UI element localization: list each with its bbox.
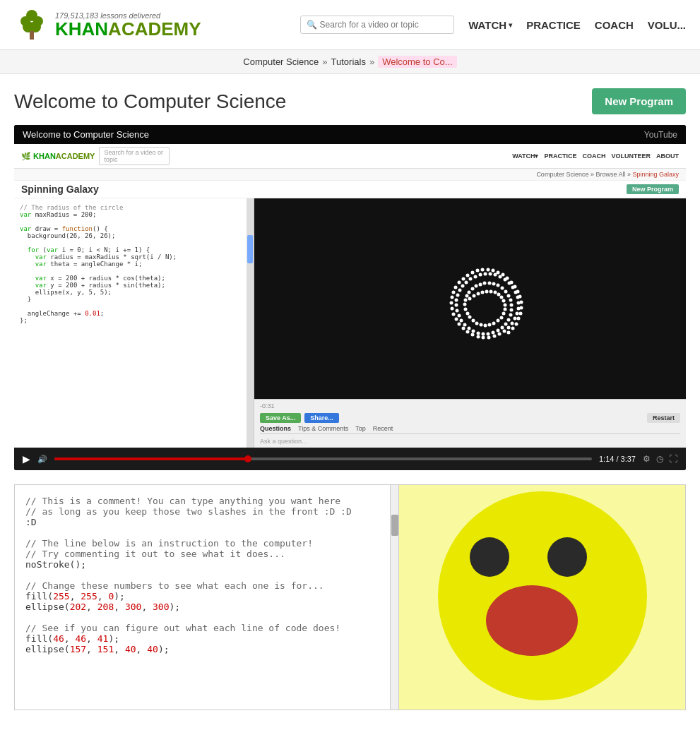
svg-point-111 [492,268,495,272]
svg-point-25 [480,323,483,326]
svg-point-57 [472,329,475,333]
breadcrumb: Computer Science » Tutorials » Welcome t… [0,50,700,74]
svg-point-58 [468,326,471,330]
nav-volunteer[interactable]: VOLU... [648,19,686,31]
bottom-section: // This is a comment! You can type anyth… [14,484,686,710]
inner-nav-about: ABOUT [656,152,679,160]
svg-point-23 [488,323,492,326]
svg-point-41 [497,283,500,287]
svg-point-60 [460,318,463,322]
code-line-4: // The line below is an instruction to t… [25,538,313,549]
editor-scrollbar[interactable] [390,485,398,710]
svg-point-123 [515,322,518,325]
share-btn[interactable]: Share... [304,413,339,423]
svg-point-67 [461,284,465,287]
code-line-1: // This is a comment! You can type anyth… [25,496,340,506]
inner-nav-volunteer: VOLUNTEER [611,152,651,160]
svg-point-116 [514,285,517,288]
inner-body: // The radius of the circle var maxRadiu… [14,198,686,448]
page-header: Welcome to Computer Science New Program [14,88,686,114]
svg-point-102 [452,290,456,294]
progress-filled [54,457,248,460]
save-as-btn[interactable]: Save As... [260,413,301,423]
code-line-7: // Change these numbers to see what each… [25,580,324,591]
svg-point-38 [483,281,487,285]
svg-point-75 [499,275,502,278]
tab-recent[interactable]: Recent [373,425,393,432]
svg-point-61 [458,313,461,317]
smiley-face [437,490,648,705]
svg-point-110 [487,268,490,271]
svg-point-117 [516,289,520,293]
spiral-svg: // This won't run here; dots are hardcod… [384,213,557,385]
breadcrumb-cs-link[interactable]: Computer Science [243,56,319,67]
svg-point-54 [487,332,490,335]
video-container: Welcome to Computer Science YouTube 🌿 KH… [14,125,686,470]
code-editor[interactable]: // This is a comment! You can type anyth… [14,484,399,710]
inner-new-program-btn[interactable]: New Program [627,184,679,194]
tab-top[interactable]: Top [355,425,366,432]
fullscreen-icon[interactable]: ⛶ [669,454,677,464]
search-bar[interactable]: 🔍 [300,16,455,34]
svg-point-9 [477,292,480,295]
play-button[interactable]: ▶ [23,453,30,465]
svg-point-69 [469,277,473,280]
time-display: 1:14 / 3:37 [599,455,636,463]
site-header: 179,513,183 lessons delivered KHANACADEM… [0,0,700,50]
code-scrollbar[interactable] [247,198,254,448]
tab-questions[interactable]: Questions [260,425,291,432]
svg-point-72 [484,272,487,275]
svg-point-36 [475,284,478,287]
video-controls: ▶ 🔊 1:14 / 3:37 ⚙ ◷ ⛶ [14,448,686,470]
youtube-label: YouTube [644,130,677,140]
logo-khan: KHAN [55,18,108,40]
inner-search: Search for a video or topic [99,147,170,165]
video-content: 🌿 KHANACADEMY Search for a video or topi… [14,144,686,448]
svg-point-16 [502,299,506,302]
nav-area: WATCH ▾ PRACTICE COACH VOLU... [468,19,686,31]
tab-tips[interactable]: Tips & Comments [298,425,348,432]
volume-icon[interactable]: 🔊 [37,455,47,464]
inner-canvas-footer: -0:31 Save As... Share... Restart Questi… [254,399,686,448]
svg-point-105 [462,277,465,280]
svg-point-125 [507,330,511,334]
restart-btn[interactable]: Restart [647,413,680,423]
svg-point-109 [481,268,485,271]
svg-point-104 [458,280,461,284]
inner-logo: 🌿 KHANACADEMY [21,152,95,161]
svg-point-95 [462,326,465,330]
progress-dot [244,455,251,462]
svg-point-18 [504,307,507,311]
nav-watch[interactable]: WATCH ▾ [468,19,512,31]
svg-point-44 [507,294,511,297]
inner-nav-practice: PRACTICE [544,152,576,160]
inner-canvas-area: // This won't run here; dots are hardcod… [254,198,686,399]
breadcrumb-tutorials-link[interactable]: Tutorials [331,56,366,67]
nav-practice[interactable]: PRACTICE [526,19,581,31]
svg-point-115 [510,280,514,284]
svg-point-124 [511,326,515,330]
settings-icon[interactable]: ⚙ [643,454,651,464]
new-program-button[interactable]: New Program [592,88,686,114]
nav-coach[interactable]: COACH [595,19,634,31]
breadcrumb-current: Welcome to Co... [378,56,456,68]
logo-area[interactable]: 179,513,183 lessons delivered KHANACADEM… [14,7,201,42]
code-line-2: // as long as you keep those two slashes… [25,506,352,517]
svg-point-85 [511,321,514,325]
captions-icon[interactable]: ◷ [656,454,663,464]
search-input[interactable] [320,20,449,30]
svg-point-52 [497,328,500,332]
svg-point-88 [498,332,502,335]
svg-point-10 [481,290,485,294]
svg-point-13 [494,290,497,294]
svg-point-51 [501,325,504,329]
svg-point-70 [474,275,477,278]
svg-point-129 [486,585,578,656]
svg-point-120 [520,306,523,309]
svg-point-100 [450,301,453,304]
logo-name: KHANACADEMY [55,20,201,38]
code-line-10: // See if you can figure out what each l… [25,623,340,633]
svg-point-107 [471,270,475,274]
video-inner-screenshot: 🌿 KHANACADEMY Search for a video or topi… [14,144,686,448]
progress-bar[interactable] [54,457,592,460]
